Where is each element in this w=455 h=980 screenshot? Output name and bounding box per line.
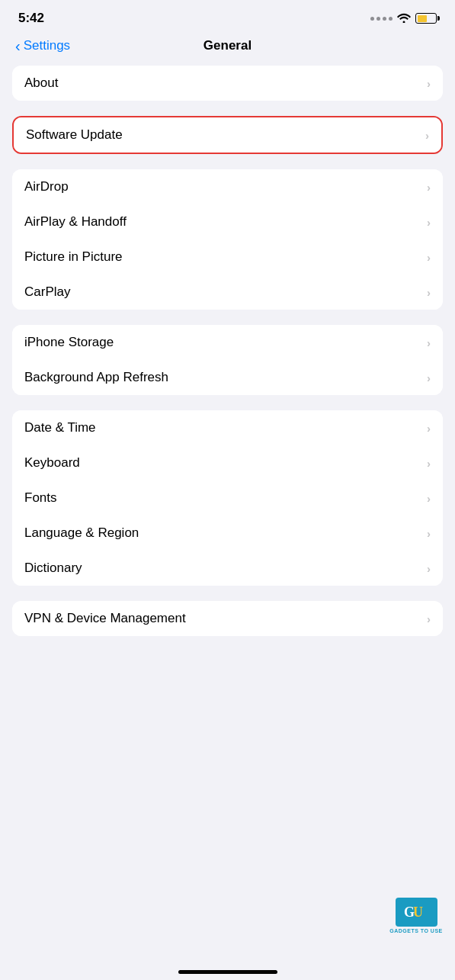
settings-group: Date & Time›Keyboard›Fonts›Language & Re… xyxy=(12,410,443,586)
back-button[interactable]: ‹ Settings xyxy=(15,37,70,55)
status-time: 5:42 xyxy=(18,11,44,26)
chevron-right-icon: › xyxy=(425,129,429,142)
label-iphone-storage: iPhone Storage xyxy=(24,335,114,350)
page-title: General xyxy=(203,38,252,53)
label-fonts: Fonts xyxy=(24,490,57,506)
settings-row-dictionary[interactable]: Dictionary› xyxy=(12,551,443,586)
settings-row-carplay[interactable]: CarPlay› xyxy=(12,275,443,310)
label-carplay: CarPlay xyxy=(24,284,70,300)
settings-row-vpn-device-management[interactable]: VPN & Device Management› xyxy=(12,601,443,636)
home-indicator xyxy=(178,970,277,974)
chevron-right-icon: › xyxy=(427,457,431,470)
settings-row-language-region[interactable]: Language & Region› xyxy=(12,516,443,551)
nav-bar: ‹ Settings General xyxy=(0,32,455,66)
battery-icon xyxy=(415,13,437,24)
settings-group: iPhone Storage›Background App Refresh› xyxy=(12,325,443,395)
chevron-right-icon: › xyxy=(427,492,431,505)
chevron-right-icon: › xyxy=(427,181,431,194)
label-picture-in-picture: Picture in Picture xyxy=(24,249,123,265)
settings-row-airdrop[interactable]: AirDrop› xyxy=(12,169,443,204)
chevron-right-icon: › xyxy=(427,251,431,264)
settings-row-picture-in-picture[interactable]: Picture in Picture› xyxy=(12,239,443,275)
label-keyboard: Keyboard xyxy=(24,455,80,471)
settings-group: About› xyxy=(12,66,443,101)
chevron-right-icon: › xyxy=(427,562,431,575)
label-language-region: Language & Region xyxy=(24,525,139,541)
chevron-right-icon: › xyxy=(427,612,431,625)
wifi-icon xyxy=(397,12,411,25)
watermark: G U GADGETS TO USE xyxy=(389,896,443,934)
settings-row-iphone-storage[interactable]: iPhone Storage› xyxy=(12,325,443,360)
label-background-app-refresh: Background App Refresh xyxy=(24,370,168,385)
label-vpn-device-management: VPN & Device Management xyxy=(24,611,186,626)
settings-group: AirDrop›AirPlay & Handoff›Picture in Pic… xyxy=(12,169,443,310)
back-label: Settings xyxy=(24,38,70,53)
settings-group: VPN & Device Management› xyxy=(12,601,443,636)
settings-row-keyboard[interactable]: Keyboard› xyxy=(12,445,443,480)
back-chevron-icon: ‹ xyxy=(15,37,21,55)
settings-row-date-time[interactable]: Date & Time› xyxy=(12,410,443,445)
label-airdrop: AirDrop xyxy=(24,179,69,194)
chevron-right-icon: › xyxy=(427,286,431,299)
settings-content: About›Software Update›AirDrop›AirPlay & … xyxy=(0,66,455,636)
settings-row-software-update[interactable]: Software Update› xyxy=(14,117,441,153)
label-software-update: Software Update xyxy=(26,127,123,143)
highlighted-group: Software Update› xyxy=(12,116,443,154)
status-icons xyxy=(370,12,437,25)
label-about: About xyxy=(24,76,58,91)
settings-row-about[interactable]: About› xyxy=(12,66,443,101)
chevron-right-icon: › xyxy=(427,371,431,384)
svg-text:U: U xyxy=(413,904,423,920)
status-bar: 5:42 xyxy=(0,0,455,32)
chevron-right-icon: › xyxy=(427,216,431,229)
watermark-logo: G U xyxy=(396,898,437,927)
signal-icon xyxy=(370,17,393,21)
settings-row-fonts[interactable]: Fonts› xyxy=(12,480,443,516)
watermark-text: GADGETS TO USE xyxy=(389,928,443,933)
settings-row-background-app-refresh[interactable]: Background App Refresh› xyxy=(12,360,443,395)
chevron-right-icon: › xyxy=(427,527,431,540)
label-dictionary: Dictionary xyxy=(24,561,82,576)
label-airplay-handoff: AirPlay & Handoff xyxy=(24,214,127,230)
settings-row-airplay-handoff[interactable]: AirPlay & Handoff› xyxy=(12,204,443,239)
label-date-time: Date & Time xyxy=(24,420,96,435)
chevron-right-icon: › xyxy=(427,336,431,349)
chevron-right-icon: › xyxy=(427,422,431,435)
chevron-right-icon: › xyxy=(427,77,431,90)
